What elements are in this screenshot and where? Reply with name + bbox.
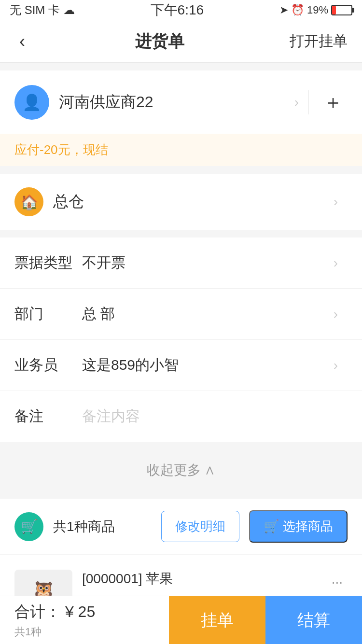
cart-icon: 🛒: [264, 519, 279, 534]
status-time: 下午6:16: [151, 1, 204, 19]
edit-detail-button[interactable]: 修改明细: [161, 511, 239, 542]
remark-row[interactable]: 备注 备注内容: [0, 391, 362, 442]
warehouse-section: 🏠 总仓 ›: [0, 174, 362, 230]
product-code: [0000001]: [82, 571, 142, 586]
checkout-button[interactable]: 结算: [265, 596, 362, 644]
spacer1: [0, 63, 362, 70]
supplier-avatar: 👤: [14, 85, 49, 120]
products-header: 🛒 共1种商品 修改明细 🛒 选择商品: [0, 499, 362, 554]
salesman-value: 这是859的小智: [82, 355, 334, 375]
total-count: 共1种: [14, 625, 154, 639]
bottom-bar: 合计： ¥ 25 共1种 挂单 结算: [0, 596, 362, 644]
battery-percent: 19%: [307, 4, 328, 16]
product-more-button[interactable]: ···: [327, 570, 348, 595]
collapse-more-button[interactable]: 收起更多 ∧: [0, 449, 362, 491]
warehouse-icon-inner: 🏠: [20, 194, 38, 210]
location-icon: ➤: [279, 4, 288, 16]
invoice-value: 不开票: [82, 253, 334, 273]
warehouse-icon: 🏠: [14, 187, 43, 216]
spacer2: [0, 491, 362, 499]
total-value: ¥ 25: [65, 603, 95, 620]
supplier-section: 👤 河南供应商22 › ＋ 应付-20元，现结: [0, 70, 362, 166]
notice-bar: 应付-20元，现结: [0, 134, 362, 166]
battery-icon: [331, 5, 352, 15]
select-product-label: 选择商品: [283, 518, 333, 535]
products-count: 共1种商品: [53, 518, 152, 536]
status-bar: 无 SIM 卡 ☁ 下午6:16 ➤ ⏰ 19%: [0, 0, 362, 20]
open-hang-button[interactable]: 打开挂单: [290, 31, 348, 51]
supplier-row[interactable]: 👤 河南供应商22 › ＋: [0, 70, 362, 134]
invoice-chevron-icon: ›: [334, 255, 338, 271]
supplier-name: 河南供应商22: [59, 92, 294, 113]
back-button[interactable]: ‹: [14, 27, 30, 56]
dept-chevron-icon: ›: [334, 307, 338, 322]
products-icon-inner: 🛒: [21, 518, 38, 534]
warehouse-chevron-icon: ›: [334, 194, 338, 210]
dept-label: 部门: [14, 304, 72, 324]
select-product-button[interactable]: 🛒 选择商品: [249, 510, 348, 543]
add-supplier-button[interactable]: ＋: [319, 84, 348, 120]
total-section: 合计： ¥ 25 共1种: [0, 602, 169, 639]
status-left: 无 SIM 卡 ☁: [10, 2, 75, 18]
dept-row[interactable]: 部门 总 部 ›: [0, 289, 362, 340]
dept-value: 总 部: [82, 304, 334, 324]
salesman-chevron-icon: ›: [334, 358, 338, 373]
sim-signal: 无 SIM 卡 ☁: [10, 2, 75, 18]
salesman-row[interactable]: 业务员 这是859的小智 ›: [0, 340, 362, 391]
total-label: 合计：: [14, 603, 61, 620]
status-right: ➤ ⏰ 19%: [279, 4, 352, 16]
supplier-divider: [308, 90, 309, 114]
remark-input[interactable]: 备注内容: [82, 406, 348, 426]
remark-label: 备注: [14, 406, 72, 426]
avatar-icon: 👤: [22, 93, 42, 112]
product-title: 苹果: [146, 571, 173, 586]
warehouse-name: 总仓: [53, 191, 334, 212]
alarm-icon: ⏰: [291, 4, 304, 16]
supplier-chevron-icon: ›: [294, 95, 299, 110]
product-name: [0000001] 苹果: [82, 570, 327, 588]
invoice-label: 票据类型: [14, 253, 72, 273]
salesman-label: 业务员: [14, 355, 72, 375]
products-icon: 🛒: [14, 512, 43, 541]
nav-bar: ‹ 进货单 打开挂单: [0, 20, 362, 63]
warehouse-row[interactable]: 🏠 总仓 ›: [0, 174, 362, 230]
page-title: 进货单: [135, 30, 184, 53]
invoice-row[interactable]: 票据类型 不开票 ›: [0, 238, 362, 289]
hang-button[interactable]: 挂单: [169, 596, 265, 644]
form-section: 票据类型 不开票 › 部门 总 部 › 业务员 这是859的小智 › 备注 备注…: [0, 238, 362, 442]
total-amount: 合计： ¥ 25: [14, 602, 154, 623]
